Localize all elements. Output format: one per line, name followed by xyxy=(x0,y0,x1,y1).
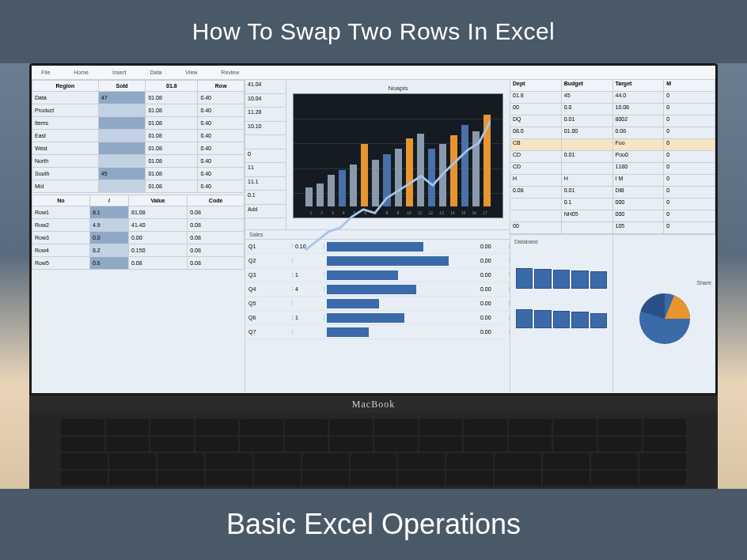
table-row[interactable]: CD0.01Poo00 xyxy=(510,151,715,163)
table-row[interactable]: Row48.20.1500.08 xyxy=(32,244,245,257)
th: Value xyxy=(129,195,188,206)
bottom-banner: Basic Excel Operations xyxy=(0,489,747,560)
left-column: RegionSold01.8Row Data4701.080.40Product… xyxy=(32,80,245,393)
ribbon-bar: FileHomeInsertDataViewReview xyxy=(32,66,715,80)
pie-chart: Share xyxy=(613,235,715,393)
ribbon-item[interactable]: View xyxy=(185,70,197,75)
pie-title: Share xyxy=(695,278,713,287)
mid-cell: 0.1 xyxy=(245,191,286,205)
brand-text: MacBook xyxy=(352,399,395,410)
th: Code xyxy=(188,195,245,206)
ribbon-item[interactable]: Insert xyxy=(112,70,127,75)
chart-title: Noapis xyxy=(293,83,503,93)
th: No xyxy=(32,195,90,206)
table-row[interactable]: Data4701.080.40 xyxy=(32,92,245,104)
table-row[interactable]: Row30.00.000.08 xyxy=(32,232,245,244)
hbar-row: Q440.00 xyxy=(245,282,510,297)
th: M xyxy=(664,80,715,91)
top-banner-text: How To Swap Two Rows In Excel xyxy=(192,18,556,45)
table-row[interactable]: DQ0.0180020 xyxy=(510,115,715,127)
table-row[interactable]: 0.10000 xyxy=(510,199,715,210)
ribbon-item[interactable]: Home xyxy=(74,70,89,75)
mini-column-chart: Database xyxy=(510,235,613,393)
mid-cell: 0 xyxy=(245,149,286,164)
pie-icon xyxy=(633,287,696,350)
th: / xyxy=(89,195,128,206)
mid-cell: Add xyxy=(245,205,286,219)
left-table-2: No/ValueCode Row18.181.080.08Row24.941.4… xyxy=(32,195,245,270)
keyboard xyxy=(29,413,718,492)
table-row[interactable]: Row18.181.080.08 xyxy=(32,206,245,219)
table-row[interactable]: Row24.941.400.08 xyxy=(32,219,245,232)
ribbon-item[interactable]: File xyxy=(41,70,50,75)
main-chart: 1234567891011121314151617 xyxy=(293,93,503,218)
table-row[interactable]: Mid01.080.40 xyxy=(32,180,245,193)
th: 01.8 xyxy=(146,81,198,92)
th: Dept xyxy=(510,80,562,91)
table-row[interactable]: 000.010.080 xyxy=(510,104,715,115)
table-row[interactable]: East01.080.40 xyxy=(32,130,245,142)
workspace: RegionSold01.8Row Data4701.080.40Product… xyxy=(32,80,715,393)
mid-cell: 10.04 xyxy=(245,94,286,108)
middle-column: 41.0410.0411.2810.1001111.10.1Add Noapis xyxy=(245,80,510,393)
ribbon-item[interactable]: Data xyxy=(150,70,161,75)
table-row[interactable]: West01.080.40 xyxy=(32,142,245,155)
mid-numbers: 41.0410.0411.2810.1001111.10.1Add xyxy=(245,80,286,229)
mid-cell: 41.04 xyxy=(245,80,286,94)
table-row[interactable]: South4501.080.40 xyxy=(32,168,245,180)
table-row[interactable]: 01.84544.00 xyxy=(510,92,715,104)
table-row[interactable]: CD11800 xyxy=(510,163,715,175)
table-row[interactable]: HHI M0 xyxy=(510,175,715,187)
table-row[interactable]: 001050 xyxy=(510,222,715,234)
hbar-row: Q70.00 xyxy=(245,325,510,339)
mid-cell xyxy=(245,135,286,149)
mid-cell: 11.1 xyxy=(245,177,286,191)
th: Budget xyxy=(562,80,613,91)
mid-cell: 11.28 xyxy=(245,108,286,122)
th: Row xyxy=(198,81,245,92)
top-banner: How To Swap Two Rows In Excel xyxy=(0,0,747,63)
chart-top-row: 41.0410.0411.2810.1001111.10.1Add Noapis xyxy=(245,80,510,230)
laptop-brand: MacBook xyxy=(29,395,718,413)
table-row[interactable]: 08.001.000.060 xyxy=(510,127,715,139)
table-row[interactable]: Items01.080.40 xyxy=(32,117,245,130)
right-lower: Database Share xyxy=(510,234,715,393)
bottom-banner-text: Basic Excel Operations xyxy=(226,508,521,541)
right-column: Dept Budget Target M 01.84544.00000.010.… xyxy=(510,80,715,393)
th: Target xyxy=(613,80,665,91)
laptop-screen: FileHomeInsertDataViewReview RegionSold0… xyxy=(29,63,718,395)
hbar-row: Q610.00 xyxy=(245,311,510,325)
chart-wrap: Noapis 1234567891011121314151617 xyxy=(286,80,510,229)
mini-chart-title: Database xyxy=(513,237,610,246)
table-row[interactable]: 0.080.01DiB0 xyxy=(510,187,715,199)
scene: FileHomeInsertDataViewReview RegionSold0… xyxy=(0,63,747,489)
table-row[interactable]: Product01.080.40 xyxy=(32,104,245,117)
mid-cell: 11 xyxy=(245,163,286,177)
right-header-row: Dept Budget Target M xyxy=(510,80,715,92)
hbar-row: Q50.00 xyxy=(245,297,510,311)
th: Region xyxy=(32,81,99,92)
mid-cell: 10.10 xyxy=(245,122,286,136)
table-row[interactable]: Row50.60.080.08 xyxy=(32,257,245,270)
table-row[interactable]: CBFoo0 xyxy=(510,139,715,151)
ribbon-item[interactable]: Review xyxy=(221,70,239,75)
table-row[interactable]: North01.080.40 xyxy=(32,155,245,168)
laptop: FileHomeInsertDataViewReview RegionSold0… xyxy=(29,63,718,489)
table-row[interactable]: NH050000 xyxy=(510,210,715,222)
th: Sold xyxy=(98,81,146,92)
left-table: RegionSold01.8Row Data4701.080.40Product… xyxy=(32,80,245,193)
